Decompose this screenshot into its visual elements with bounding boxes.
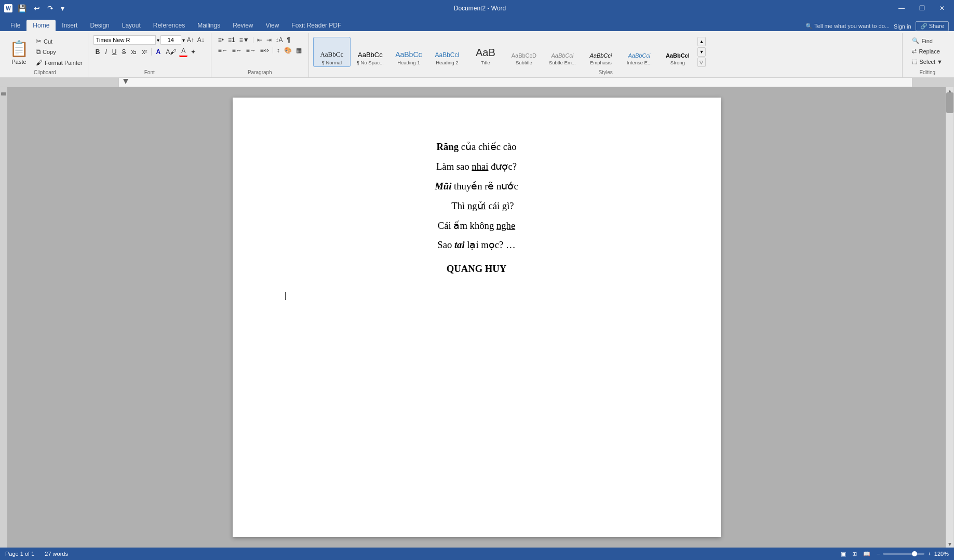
- format-painter-button[interactable]: 🖌 Format Painter: [34, 58, 85, 67]
- align-left-button[interactable]: ≡←: [217, 46, 230, 55]
- style-normal[interactable]: AaBbCc ¶ Normal: [313, 37, 351, 67]
- scroll-down-button[interactable]: ▼: [946, 540, 953, 548]
- sign-in-button[interactable]: Sign in: [894, 23, 911, 30]
- text-effects-button[interactable]: A: [154, 47, 163, 57]
- style-subtleemphasis[interactable]: AaBbCci Subtle Em...: [544, 37, 581, 67]
- select-button[interactable]: ⬚ Select ▼: [910, 57, 945, 66]
- style-nospace[interactable]: AaBbCc ¶ No Spac...: [352, 37, 389, 67]
- redo-button[interactable]: ↷: [45, 3, 56, 13]
- tab-view[interactable]: View: [260, 20, 286, 31]
- customize-quick-access-button[interactable]: ▾: [59, 3, 66, 13]
- tab-file[interactable]: File: [4, 20, 26, 31]
- document-area[interactable]: Răng của chiếc cào Làm sao nhai được? Mũ…: [7, 87, 946, 548]
- sidebar-nav-marker[interactable]: [1, 92, 6, 95]
- styles-group: AaBbCc ¶ Normal AaBbCc ¶ No Spac... AaBb…: [309, 33, 903, 77]
- style-strong[interactable]: AaBbCcl Strong: [659, 37, 696, 67]
- style-heading1[interactable]: AaBbCc Heading 1: [390, 37, 427, 67]
- copy-button[interactable]: ⧉ Copy: [34, 47, 85, 57]
- bold-button[interactable]: B: [93, 47, 102, 57]
- borders-button[interactable]: ▦: [294, 46, 303, 55]
- font-size-decrease-button[interactable]: A↓: [196, 36, 206, 44]
- undo-button[interactable]: ↩: [32, 3, 42, 13]
- document-page: Răng của chiếc cào Làm sao nhai được? Mũ…: [233, 98, 721, 537]
- doc-line-2: Làm sao nhai được?: [285, 159, 669, 174]
- minimize-button[interactable]: —: [893, 3, 910, 14]
- style-emphasis[interactable]: AaBbCci Emphasis: [582, 37, 620, 67]
- cut-icon: ✂: [36, 37, 42, 45]
- sort-button[interactable]: ↕A: [274, 35, 285, 45]
- tab-review[interactable]: Review: [226, 20, 259, 31]
- close-button[interactable]: ✕: [934, 3, 950, 14]
- scrollbar-track[interactable]: ▲ ▼: [946, 87, 953, 548]
- superscript-button[interactable]: x²: [140, 47, 149, 57]
- decrease-indent-button[interactable]: ⇤: [256, 35, 264, 45]
- view-print-layout-icon[interactable]: ▣: [841, 551, 846, 557]
- italic-button[interactable]: I: [103, 47, 109, 57]
- text-cursor: [285, 292, 286, 299]
- scrollbar-thumb[interactable]: [946, 92, 953, 113]
- align-center-button[interactable]: ≡↔: [231, 46, 244, 55]
- replace-button[interactable]: ⇄ Replace: [910, 47, 945, 56]
- ribbon: 📋 Paste ✂ Cut ⧉ Copy 🖌 Format Painter: [0, 31, 954, 78]
- multilevel-list-button[interactable]: ≡▼: [238, 35, 251, 45]
- show-marks-button[interactable]: ¶: [286, 35, 292, 45]
- status-bar-right: ▣ ⊞ 📖 − + 120%: [841, 551, 949, 557]
- page-info: Page 1 of 1: [5, 551, 34, 557]
- font-divider: [151, 48, 152, 56]
- zoom-in-button[interactable]: +: [928, 551, 931, 557]
- style-heading2[interactable]: AaBbCcl Heading 2: [428, 37, 466, 67]
- tell-me-search[interactable]: 🔍 Tell me what you want to do...: [805, 23, 890, 30]
- styles-scroll-up-button[interactable]: ▲: [697, 37, 706, 46]
- ruler: [0, 78, 954, 87]
- text-highlight-button[interactable]: A🖌: [164, 47, 178, 57]
- numbering-button[interactable]: ≡1: [226, 35, 237, 45]
- font-size-dropdown-icon[interactable]: ▾: [182, 37, 185, 43]
- font-color-button[interactable]: A: [179, 46, 187, 57]
- font-format-row: B I U S x₂ x² A A🖌 A ✦: [93, 46, 206, 57]
- view-web-layout-icon[interactable]: ⊞: [852, 551, 857, 557]
- shading-button[interactable]: 🎨: [283, 46, 293, 55]
- style-subtitle[interactable]: AaBbCcD Subtitle: [505, 37, 543, 67]
- tab-design[interactable]: Design: [84, 20, 115, 31]
- document-content[interactable]: Răng của chiếc cào Làm sao nhai được? Mũ…: [285, 139, 669, 277]
- zoom-slider[interactable]: [883, 553, 924, 555]
- styles-scroll-down-button[interactable]: ▼: [697, 47, 706, 57]
- doc-word-tai: tai: [454, 239, 465, 250]
- save-button[interactable]: 💾: [16, 3, 29, 13]
- paste-button[interactable]: 📋 Paste: [5, 36, 33, 67]
- style-intenseemphasis[interactable]: AaBbCci Intense E...: [621, 37, 658, 67]
- tab-references[interactable]: References: [147, 20, 191, 31]
- style-title[interactable]: AaB Title: [467, 37, 504, 67]
- tab-foxit[interactable]: Foxit Reader PDF: [285, 20, 347, 31]
- doc-word-mui: Mũi: [435, 181, 451, 192]
- tab-home[interactable]: Home: [26, 20, 56, 31]
- increase-indent-button[interactable]: ⇥: [265, 35, 273, 45]
- line-spacing-button[interactable]: ↕: [275, 46, 281, 55]
- par-divider1: [253, 37, 253, 44]
- strikethrough-button[interactable]: S: [119, 47, 128, 57]
- tab-mailings[interactable]: Mailings: [191, 20, 226, 31]
- cut-button[interactable]: ✂ Cut: [34, 36, 85, 46]
- font-dropdown-icon[interactable]: ▾: [157, 37, 159, 43]
- tab-layout[interactable]: Layout: [116, 20, 147, 31]
- font-size-increase-button[interactable]: A↑: [186, 36, 195, 44]
- tab-insert[interactable]: Insert: [56, 20, 84, 31]
- main-layout: Răng của chiếc cào Làm sao nhai được? Mũ…: [0, 87, 954, 548]
- underline-button[interactable]: U: [110, 47, 119, 57]
- font-name-input[interactable]: [93, 35, 156, 45]
- justify-button[interactable]: ≡⇔: [259, 46, 271, 55]
- align-right-button[interactable]: ≡→: [245, 46, 258, 55]
- subscript-button[interactable]: x₂: [129, 47, 139, 57]
- restore-button[interactable]: ❐: [914, 3, 930, 14]
- font-size-input[interactable]: [160, 35, 181, 45]
- styles-expand-button[interactable]: ▽: [697, 58, 706, 67]
- bullets-button[interactable]: ≡•: [217, 35, 225, 45]
- view-read-icon[interactable]: 📖: [863, 551, 870, 557]
- zoom-out-button[interactable]: −: [877, 551, 880, 557]
- cursor-area[interactable]: [285, 292, 669, 299]
- right-scrollbar[interactable]: ▲ ▼: [946, 87, 954, 548]
- clear-format-button[interactable]: ✦: [189, 47, 198, 57]
- find-button[interactable]: 🔍 Find: [910, 36, 945, 45]
- share-button[interactable]: 🔗 Share: [916, 21, 949, 31]
- font-selector-row: ▾ ▾ A↑ A↓: [93, 35, 206, 45]
